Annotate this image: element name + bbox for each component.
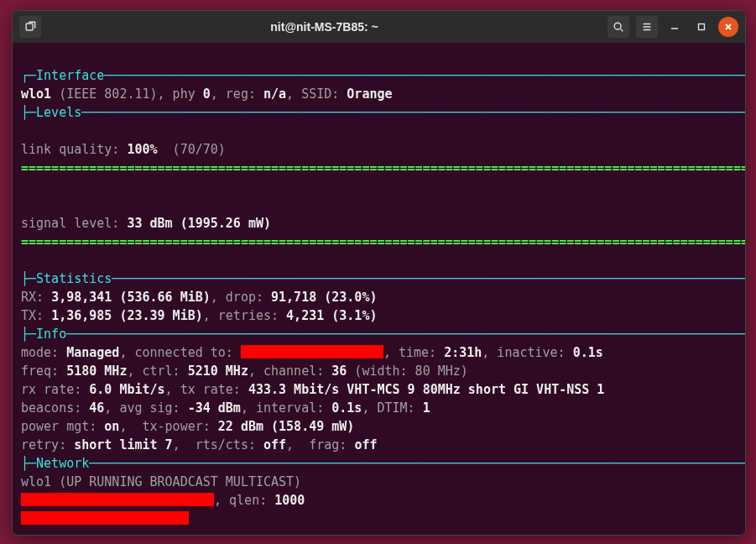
- section-network: Network: [36, 456, 89, 471]
- desktop-background: nit@nit-MS-7B85: ~ ┌─Interface: [0, 0, 756, 544]
- window-titlebar: nit@nit-MS-7B85: ~: [13, 11, 745, 43]
- link-quality-bar: ========================================…: [21, 160, 745, 175]
- ssid-value: Orange: [347, 86, 392, 102]
- rx-drop-value: 91,718 (23.0%): [271, 290, 377, 305]
- tx-retry-value: 4,231 (3.1%): [286, 308, 377, 323]
- redacted-bssid: [241, 345, 383, 358]
- qlen-value: 1000: [274, 493, 305, 508]
- svg-point-1: [614, 23, 621, 29]
- link-quality-value: 100%: [127, 142, 157, 157]
- iface-name: wlo1: [21, 86, 51, 102]
- terminal-window: nit@nit-MS-7B85: ~ ┌─Interface: [12, 10, 746, 536]
- section-info: Info: [36, 327, 66, 342]
- search-button[interactable]: [607, 16, 629, 38]
- section-rule: ┌─: [21, 68, 36, 83]
- section-levels: Levels: [36, 105, 81, 120]
- svg-line-2: [621, 29, 623, 32]
- svg-rect-7: [699, 24, 705, 30]
- signal-level-value: 33 dBm (1995.26 mW): [127, 216, 271, 231]
- terminal-content[interactable]: ┌─Interface─────────────────────────────…: [13, 43, 745, 535]
- maximize-button[interactable]: [691, 17, 712, 37]
- network-iface-flags: wlo1 (UP RUNNING BROADCAST MULTICAST): [21, 474, 301, 489]
- svg-rect-0: [26, 24, 33, 30]
- minimize-button[interactable]: [665, 17, 685, 37]
- close-button[interactable]: [718, 17, 738, 37]
- section-statistics: Statistics: [36, 271, 112, 286]
- rx-value: 3,98,341 (536.66 MiB): [51, 290, 211, 305]
- menu-button[interactable]: [636, 16, 658, 38]
- tx-value: 1,36,985 (23.39 MiB): [51, 308, 203, 323]
- redacted-mac: [21, 493, 214, 506]
- signal-level-bar: ========================================…: [21, 234, 745, 249]
- section-interface: Interface: [36, 68, 104, 83]
- new-tab-button[interactable]: [19, 16, 41, 38]
- window-title: nit@nit-MS-7B85: ~: [46, 20, 602, 34]
- redacted-ip: [21, 511, 189, 525]
